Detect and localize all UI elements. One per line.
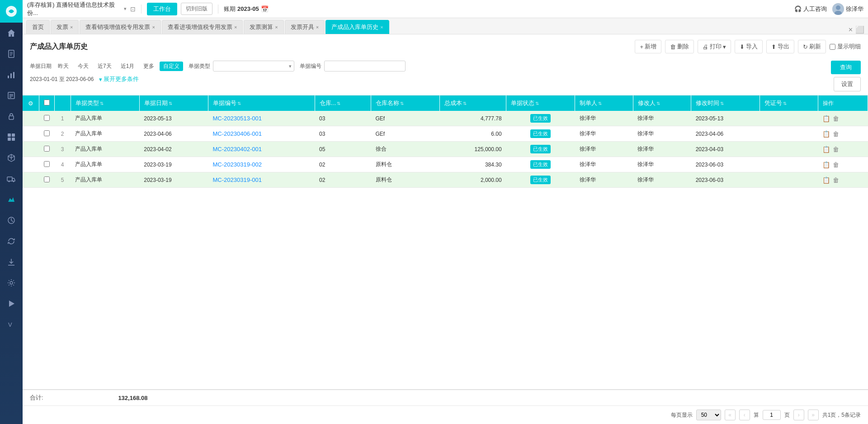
row-edit-icon[interactable]: 📋 [822, 115, 830, 122]
delete-button[interactable]: 🗑 删除 [665, 40, 694, 53]
date-today-button[interactable]: 今天 [74, 62, 92, 71]
tab-view-sales-vat-close[interactable]: × [152, 24, 155, 30]
history-mode-button[interactable]: 切到旧版 [181, 3, 212, 15]
per-page-select[interactable]: 50 10 20 100 [696, 410, 721, 420]
row-edit-icon[interactable]: 📋 [822, 130, 830, 138]
row-checkbox-cell[interactable] [39, 111, 54, 126]
row-number-cell[interactable]: MC-20230513-001 [208, 111, 315, 126]
copy-icon[interactable]: ⊡ [130, 5, 136, 13]
tab-product-history[interactable]: 产成品入库单历史 × [326, 20, 389, 34]
date-yesterday-button[interactable]: 昨天 [54, 62, 72, 71]
sidebar-item-lock[interactable] [0, 106, 23, 127]
sidebar-item-production[interactable] [0, 189, 23, 210]
date-more-button[interactable]: 更多 [140, 62, 158, 71]
close-window-button[interactable]: × [849, 26, 853, 34]
sidebar-item-version[interactable]: V [0, 314, 23, 335]
row-checkbox-cell[interactable] [39, 172, 54, 188]
warehouse-code-column-header[interactable]: 仓库...⇅ [315, 95, 371, 111]
select-all-checkbox[interactable] [44, 100, 50, 105]
row-number-link[interactable]: MC-20230319-001 [213, 176, 262, 183]
row-checkbox-cell[interactable] [39, 142, 54, 157]
page-number-input[interactable] [763, 410, 781, 420]
modify-time-column-header[interactable]: 修改时间⇅ [691, 95, 760, 111]
row-checkbox[interactable] [44, 176, 50, 182]
tab-home[interactable]: 首页 [26, 20, 50, 34]
sidebar-item-play[interactable] [0, 293, 23, 314]
warehouse-name-column-header[interactable]: 仓库名称⇅ [371, 95, 440, 111]
row-delete-icon[interactable]: 🗑 [833, 176, 839, 184]
row-edit-icon[interactable]: 📋 [822, 161, 830, 168]
prev-page-button[interactable]: ‹ [739, 410, 750, 420]
row-number-cell[interactable]: MC-20230319-002 [208, 157, 315, 172]
first-page-button[interactable]: « [725, 410, 736, 420]
tab-view-purchase-vat[interactable]: 查看进项增值税专用发票 × [162, 20, 243, 34]
tab-product-history-close[interactable]: × [380, 24, 383, 30]
tab-invoice-calc[interactable]: 发票测算 × [244, 20, 283, 34]
tab-view-sales-vat[interactable]: 查看销项增值税专用发票 × [80, 20, 160, 34]
row-edit-icon[interactable]: 📋 [822, 176, 830, 184]
row-checkbox[interactable] [44, 161, 50, 167]
sidebar-item-box[interactable] [0, 148, 23, 168]
date-1month-button[interactable]: 近1月 [117, 62, 138, 71]
sidebar-item-chart[interactable] [0, 64, 23, 85]
tab-invoice[interactable]: 发票 × [51, 20, 79, 34]
checkbox-column-header[interactable] [39, 95, 54, 111]
type-column-header[interactable]: 单据类型⇅ [71, 95, 139, 111]
workbench-button[interactable]: 工作台 [147, 3, 177, 15]
row-delete-icon[interactable]: 🗑 [833, 161, 839, 168]
tab-invoice-calc-close[interactable]: × [275, 24, 278, 30]
sidebar-item-cycle[interactable] [0, 231, 23, 252]
tab-invoice-issue[interactable]: 发票开具 × [285, 20, 325, 34]
date-custom-button[interactable]: 自定义 [160, 62, 183, 71]
row-checkbox[interactable] [44, 146, 50, 152]
import-button[interactable]: ⬇ 导入 [735, 40, 763, 53]
sidebar-item-report[interactable] [0, 210, 23, 231]
maximize-window-button[interactable]: ⬜ [855, 25, 864, 34]
voucher-column-header[interactable]: 凭证号⇅ [760, 95, 818, 111]
show-detail-checkbox[interactable] [830, 44, 835, 50]
modifier-column-header[interactable]: 修改人⇅ [633, 95, 691, 111]
row-number-link[interactable]: MC-20230402-001 [213, 146, 262, 152]
sidebar-item-invoice[interactable] [0, 85, 23, 106]
row-number-link[interactable]: MC-20230406-001 [213, 130, 262, 137]
row-number-cell[interactable]: MC-20230319-001 [208, 172, 315, 188]
sidebar-item-document[interactable] [0, 43, 23, 64]
row-number-link[interactable]: MC-20230513-001 [213, 115, 262, 122]
type-select[interactable] [213, 61, 294, 71]
reset-button[interactable]: 设置 [834, 77, 861, 91]
row-checkbox-cell[interactable] [39, 126, 54, 142]
row-number-cell[interactable]: MC-20230402-001 [208, 142, 315, 157]
row-number-link[interactable]: MC-20230319-002 [213, 161, 262, 168]
row-edit-icon[interactable]: 📋 [822, 146, 830, 153]
row-delete-icon[interactable]: 🗑 [833, 130, 839, 138]
row-delete-icon[interactable]: 🗑 [833, 115, 839, 122]
print-button[interactable]: 🖨 打印 ▾ [698, 40, 731, 53]
row-checkbox[interactable] [44, 115, 50, 121]
date-column-header[interactable]: 单据日期⇅ [139, 95, 208, 111]
number-filter-input[interactable] [324, 61, 406, 71]
sidebar-item-truck[interactable] [0, 168, 23, 189]
export-button[interactable]: ⬆ 导出 [766, 40, 794, 53]
tab-view-purchase-vat-close[interactable]: × [234, 24, 237, 30]
row-checkbox[interactable] [44, 130, 50, 136]
service-button[interactable]: 🎧 人工咨询 [794, 5, 827, 13]
creator-column-header[interactable]: 制单人⇅ [575, 95, 633, 111]
calendar-icon[interactable]: 📅 [261, 5, 269, 13]
number-column-header[interactable]: 单据编号⇅ [208, 95, 315, 111]
total-cost-column-header[interactable]: 总成本⇅ [440, 95, 506, 111]
tab-invoice-close[interactable]: × [70, 24, 73, 30]
sidebar-item-download[interactable] [0, 252, 23, 272]
last-page-button[interactable]: » [808, 410, 819, 420]
app-selector[interactable]: (库存核算) 直播轻链通信息技术股份... ▾ [27, 1, 127, 17]
sidebar-item-home[interactable] [0, 23, 23, 43]
app-logo[interactable] [0, 0, 23, 23]
date-7days-button[interactable]: 近7天 [94, 62, 115, 71]
table-settings-icon[interactable]: ⚙ [28, 100, 33, 107]
user-menu[interactable]: 徐泽华 [832, 3, 863, 15]
query-button[interactable]: 查询 [831, 61, 861, 74]
row-number-cell[interactable]: MC-20230406-001 [208, 126, 315, 142]
sidebar-item-settings[interactable] [0, 272, 23, 293]
new-button[interactable]: + 新增 [635, 40, 661, 53]
chevron-down-icon[interactable]: ▾ [124, 6, 127, 12]
tab-invoice-issue-close[interactable]: × [316, 24, 319, 30]
